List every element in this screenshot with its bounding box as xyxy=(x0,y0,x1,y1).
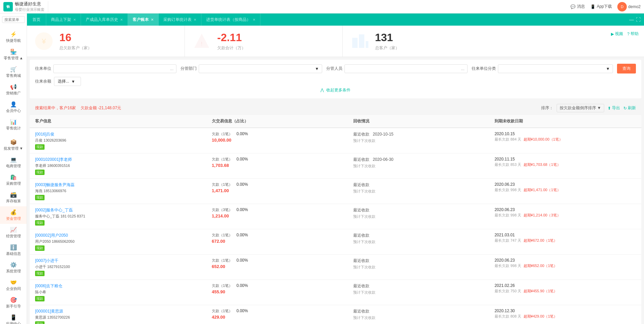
query-button[interactable]: 查询 xyxy=(617,64,636,73)
overdue-amount[interactable]: 超期¥10,000.00（1笔） xyxy=(524,137,563,141)
customer-name[interactable]: [0006]去下粮仓 xyxy=(35,283,212,289)
tab-minimize-btn[interactable]: — xyxy=(629,17,634,22)
tab-maximize-btn[interactable]: ⛶ xyxy=(636,17,641,22)
dept-select[interactable]: ▼ xyxy=(199,64,322,73)
debt-info-cell: 欠款（1笔） 455.90 0.00% xyxy=(212,283,353,294)
dept-chevron-icon: ▼ xyxy=(315,66,319,71)
stats-row: ¥ 16 总欠款客户（家） ! xyxy=(27,26,644,57)
filter-area: 往来单位 ... 分管部门 ▼ xyxy=(30,60,641,98)
stat-card-total-customers: 131 总客户（家） ▶ 视频 ? 帮助 xyxy=(343,26,644,57)
tab-purchase-stat-product[interactable]: 进货单统计表（按商品） ✕ xyxy=(201,13,260,26)
sidebar-item-label: 快捷导航 xyxy=(1,38,25,43)
person-input[interactable]: ... xyxy=(344,64,468,73)
app-center-icon: 📱 xyxy=(1,314,25,321)
balance-select[interactable]: 选择... ▼ xyxy=(54,77,81,86)
unit-class-select[interactable]: ▼ xyxy=(498,64,613,73)
balance-label: 往来余额 xyxy=(35,79,51,84)
industry-label: 母婴行业演示账套 xyxy=(15,7,45,12)
overdue-amount[interactable]: 超期¥1,471.00（1笔） xyxy=(524,188,561,192)
sidebar-item-operations[interactable]: 📈 经营管理 xyxy=(0,224,27,241)
sidebar-item-system[interactable]: ⚙️ 系统管理 xyxy=(0,259,27,276)
stat-card-owe-customers: ¥ 16 总欠款客户（家） xyxy=(27,26,185,57)
person-label: 分管人员 xyxy=(326,66,342,71)
tab-product-listing-close[interactable]: ✕ xyxy=(73,18,76,22)
tab-inventory-history[interactable]: 产成品入库单历史 ✕ xyxy=(81,13,128,26)
customer-name[interactable]: [0007]小进千 xyxy=(35,258,212,264)
last-collect: 最近收款 xyxy=(353,207,495,213)
debt-count: 欠款（1笔） xyxy=(212,233,232,238)
user-menu[interactable]: D demo2 xyxy=(617,2,641,11)
due-date-cell: 2020.06.23 最长欠款 998 天 超期¥1,214.00（3笔） xyxy=(495,207,636,218)
recovery-cell: 最近收款 预计下次收款 xyxy=(353,207,495,219)
customer-name[interactable]: [0003]畅捷服务尹海蕊 xyxy=(35,182,212,188)
sidebar-item-enterprise[interactable]: 🤝 企业协同 xyxy=(0,276,27,294)
tab-purchase-stat-product-close[interactable]: ✕ xyxy=(253,18,255,22)
tab-purchase-order-stat-close[interactable]: ✕ xyxy=(194,18,196,22)
overdue-amount[interactable]: 超期¥672.00（1笔） xyxy=(524,238,558,242)
tab-actions: — ⛶ xyxy=(626,13,644,26)
enterprise-icon: 🤝 xyxy=(1,279,25,286)
source-unit-input[interactable]: ... xyxy=(53,64,176,73)
sidebar-item-ecom[interactable]: 💻 电商管理 xyxy=(0,154,27,171)
sidebar-item-label: 零售统计 xyxy=(1,126,25,131)
sidebar-item-newbie[interactable]: 🎯 新手引导 xyxy=(0,294,27,312)
due-date-cell: 2020.12.30 最长欠款 808 天 超期¥429.00（1笔） xyxy=(495,308,636,319)
recovery-cell: 最近收款 预计下次收款 xyxy=(353,258,495,270)
stat-info-total-customers: 131 总客户（家） xyxy=(375,31,638,51)
sidebar-item-label: 库存核算 xyxy=(1,199,25,204)
customer-name[interactable]: [0016]吕俊 xyxy=(35,131,212,137)
overdue-amount[interactable]: 超期¥455.90（1笔） xyxy=(524,289,558,293)
customer-name[interactable]: [000002]用户2050 xyxy=(35,233,212,238)
tab-customer-ledger-close[interactable]: ✕ xyxy=(151,18,153,22)
unit-class-chevron-icon: ▼ xyxy=(606,66,610,71)
last-collect: 最近收款 xyxy=(353,182,495,188)
export-btn[interactable]: ⬆ 导出 xyxy=(608,105,620,111)
overdue-amount[interactable]: 超期¥652.00（1笔） xyxy=(524,264,558,268)
collapse-bar[interactable]: ⋀ 收起更多条件 xyxy=(35,86,636,94)
sidebar-item-batch-mgmt[interactable]: 📦 批发管理 ▼ xyxy=(0,136,27,154)
due-date-cell: 2021.03.01 最长欠款 747 天 超期¥672.00（1笔） xyxy=(495,233,636,243)
app-download-btn[interactable]: 📱 App下载 xyxy=(590,4,612,9)
sidebar-item-label: 新手引导 xyxy=(1,304,25,309)
payment-tag: 现款 xyxy=(35,245,45,251)
message-btn[interactable]: 💬 消息 xyxy=(570,4,585,9)
sidebar-item-quick-nav[interactable]: ⚡ 快捷导航 xyxy=(0,28,27,46)
sidebar-item-inventory[interactable]: 🗃️ 库存核算 xyxy=(0,189,27,206)
sidebar-item-finance[interactable]: 💰 资金管理 xyxy=(0,206,27,224)
sidebar-item-label: 企业协同 xyxy=(1,286,25,291)
filter-person: 分管人员 ... xyxy=(326,64,468,73)
sidebar-item-marketing[interactable]: 📢 营销推广 xyxy=(0,81,27,98)
sidebar-item-basic-info[interactable]: ℹ️ 基础信息 xyxy=(0,241,27,259)
customer-name[interactable]: [000001]黄思源 xyxy=(35,308,212,314)
help-btn[interactable]: ? 帮助 xyxy=(627,31,639,37)
tab-product-listing[interactable]: 商品上下架 ✕ xyxy=(46,13,81,26)
refresh-btn[interactable]: ↻ 刷新 xyxy=(623,105,636,111)
customer-contact: 陈小希 xyxy=(35,290,212,295)
video-btn[interactable]: ▶ 视频 xyxy=(611,31,623,37)
overdue-amount[interactable]: 超期¥1,703.68（1笔） xyxy=(524,163,561,167)
overdue-days: 最长欠款 808 天 超期¥429.00（1笔） xyxy=(495,314,636,319)
overdue-amount[interactable]: 超期¥1,214.00（3笔） xyxy=(524,213,561,217)
sidebar-item-retail-mall[interactable]: 🛒 零售商城 xyxy=(0,63,27,81)
next-collect: 预计下次收款 xyxy=(353,290,495,295)
sort-select[interactable]: 按欠款金额倒序排序 ▼ xyxy=(557,104,604,112)
tab-customer-ledger[interactable]: 客户账本 ✕ xyxy=(128,13,159,26)
search-input[interactable] xyxy=(2,16,25,23)
avatar: D xyxy=(617,2,627,11)
debt-info-cell: 欠款（1笔） 1,703.68 0.00% xyxy=(212,157,353,168)
debt-info-cell: 欠款（1笔） 429.00 0.00% xyxy=(212,308,353,320)
tab-purchase-order-stat[interactable]: 采购订单统计表 ✕ xyxy=(159,13,201,26)
sidebar-item-purchase[interactable]: 🛍️ 采购管理 xyxy=(0,171,27,189)
overdue-amount[interactable]: 超期¥429.00（1笔） xyxy=(524,314,558,318)
debt-amount: 672.00 xyxy=(212,239,232,244)
sidebar-item-member[interactable]: 👤 会员中心 xyxy=(0,98,27,116)
customer-name[interactable]: [0001020001]李老师 xyxy=(35,157,212,163)
tab-home[interactable]: 首页 xyxy=(27,13,46,26)
sidebar-item-app-center[interactable]: 📱 应用中心 xyxy=(0,312,27,324)
results-info: 搜索结果中，客户16家 欠款金额 -21,148.07元 xyxy=(35,105,121,111)
tab-inventory-history-close[interactable]: ✕ xyxy=(120,18,123,22)
debt-count: 欠款（1笔） xyxy=(212,182,232,187)
sidebar-item-retail-stat[interactable]: 📊 零售统计 xyxy=(0,116,27,134)
customer-name[interactable]: [0002]服务中心_丁磊 xyxy=(35,207,212,213)
sidebar-item-retail-mgmt[interactable]: 🏪 零售管理 ▲ xyxy=(0,46,27,63)
